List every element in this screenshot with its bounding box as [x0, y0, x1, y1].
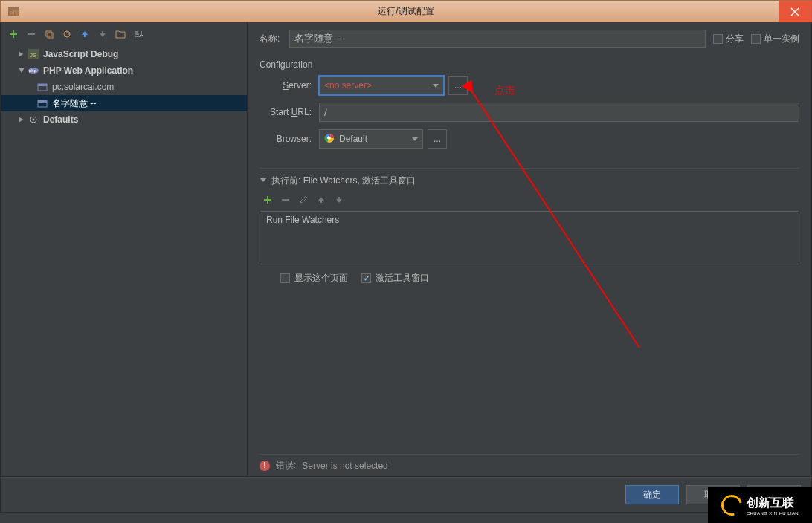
folder-icon: [115, 30, 126, 39]
window-title: 运行/调试配置: [378, 5, 434, 18]
activate-tool-label: 激活工具窗口: [376, 272, 429, 285]
arrow-down-icon: [335, 196, 343, 204]
configuration-section: Server: <no server> ... Start URL: Brows…: [260, 76, 799, 169]
copy-button[interactable]: [41, 26, 57, 42]
tree-label: pc.solarcai.com: [52, 82, 114, 92]
svg-rect-12: [38, 100, 47, 103]
up-button[interactable]: [77, 26, 93, 42]
expand-arrow-icon: [17, 66, 26, 75]
ok-button[interactable]: 确定: [625, 485, 679, 504]
app-icon: php: [7, 4, 22, 19]
arrow-down-icon: [99, 30, 106, 38]
name-input[interactable]: [289, 30, 706, 48]
checkbox-icon: [751, 34, 761, 44]
settings-icon: [28, 114, 39, 126]
tree-label: 名字随意 --: [52, 97, 96, 110]
browser-row: Browser: Default ...: [260, 129, 799, 149]
svg-text:JS: JS: [30, 52, 36, 59]
chevron-down-icon: [412, 137, 418, 141]
config-tree[interactable]: JS JavaScript Debug php PHP Web Applicat…: [1, 46, 247, 476]
checkbox-icon: [713, 34, 723, 44]
titlebar: php 运行/调试配置: [0, 0, 812, 22]
show-page-label: 显示这个页面: [294, 272, 348, 285]
chevron-down-icon: [433, 84, 439, 88]
sidebar-toolbar: [1, 22, 247, 46]
watermark-sub: CHUANG XIN HU LIAN: [747, 511, 799, 516]
bl-add-button[interactable]: [260, 192, 276, 208]
tree-node-js-debug[interactable]: JS JavaScript Debug: [1, 46, 247, 62]
show-page-checkbox[interactable]: 显示这个页面: [280, 272, 348, 285]
plus-icon: [263, 195, 272, 204]
task-list[interactable]: Run File Watchers: [260, 211, 799, 264]
svg-point-14: [33, 119, 35, 121]
content-panel: 名称: 分享 单一实例 Configuration Server: <no se…: [248, 22, 811, 476]
php-app-icon: [36, 81, 48, 93]
remove-button[interactable]: [23, 26, 39, 42]
copy-icon: [45, 30, 54, 39]
name-row: 名称: 分享 单一实例: [260, 30, 799, 48]
folder-button[interactable]: [112, 26, 129, 42]
bl-remove-button[interactable]: [277, 192, 294, 208]
browser-value: Default: [339, 134, 367, 144]
before-launch-label: 执行前: File Watchers, 激活工具窗口: [271, 175, 416, 187]
php-app-icon: [36, 97, 48, 109]
error-message: Server is not selected: [302, 461, 387, 471]
server-combo[interactable]: <no server>: [319, 76, 444, 95]
server-value: <no server>: [324, 80, 372, 91]
starturl-label: Start URL:: [260, 107, 319, 117]
minus-icon: [281, 195, 290, 204]
server-label: Server:: [260, 80, 319, 91]
browser-combo[interactable]: Default: [319, 129, 423, 149]
dialog-footer: 确定 取消 应: [0, 477, 812, 513]
activate-tool-checkbox[interactable]: ✓ 激活工具窗口: [361, 272, 429, 285]
before-launch-header[interactable]: 执行前: File Watchers, 激活工具窗口: [260, 175, 799, 187]
single-instance-checkbox[interactable]: 单一实例: [751, 33, 799, 45]
checkbox-checked-icon: ✓: [361, 273, 371, 283]
wrench-icon: [62, 30, 71, 39]
tree-item-selected[interactable]: 名字随意 --: [1, 95, 247, 111]
tree-label: Defaults: [43, 114, 78, 125]
svg-rect-10: [38, 84, 47, 86]
before-launch-toolbar: [260, 192, 799, 208]
tree-node-php-web[interactable]: php PHP Web Application: [1, 62, 247, 79]
close-button[interactable]: [779, 1, 811, 22]
down-button[interactable]: [94, 26, 111, 42]
name-label: 名称:: [260, 33, 282, 45]
chevron-down-icon: [260, 178, 267, 185]
server-browse-button[interactable]: ...: [448, 76, 468, 95]
share-checkbox[interactable]: 分享: [713, 33, 744, 45]
error-bar: ! 错误: Server is not selected: [260, 454, 799, 476]
bl-down-button[interactable]: [331, 192, 347, 208]
pencil-icon: [299, 195, 308, 204]
arrow-up-icon: [81, 30, 88, 38]
browser-label: Browser:: [260, 134, 319, 144]
share-label: 分享: [726, 33, 744, 45]
watermark-logo-icon: [718, 491, 746, 519]
options-row: 显示这个页面 ✓ 激活工具窗口: [260, 272, 799, 285]
browser-browse-button[interactable]: ...: [428, 129, 447, 149]
tree-item-solarcai[interactable]: pc.solarcai.com: [1, 79, 247, 95]
svg-rect-2: [46, 31, 51, 36]
starturl-input[interactable]: [319, 103, 799, 122]
server-row: Server: <no server> ...: [260, 76, 799, 95]
minus-icon: [27, 30, 36, 39]
sort-button[interactable]: [130, 26, 146, 42]
js-icon: JS: [28, 48, 39, 60]
watermark: 创新互联 CHUANG XIN HU LIAN: [708, 487, 812, 523]
close-icon: [790, 7, 799, 16]
sidebar: JS JavaScript Debug php PHP Web Applicat…: [1, 22, 248, 476]
bl-edit-button[interactable]: [295, 192, 312, 208]
sort-icon: [134, 30, 143, 39]
svg-text:php: php: [10, 9, 20, 16]
starturl-row: Start URL:: [260, 103, 799, 122]
task-item[interactable]: Run File Watchers: [266, 215, 793, 225]
checkbox-icon: [280, 273, 290, 283]
collapse-arrow-icon: [17, 115, 26, 124]
tree-label: PHP Web Application: [43, 65, 133, 76]
chrome-icon: [324, 133, 335, 146]
bl-up-button[interactable]: [313, 192, 329, 208]
add-button[interactable]: [5, 26, 22, 42]
settings-button[interactable]: [59, 26, 75, 42]
main-area: JS JavaScript Debug php PHP Web Applicat…: [0, 22, 812, 477]
tree-node-defaults[interactable]: Defaults: [1, 111, 247, 128]
